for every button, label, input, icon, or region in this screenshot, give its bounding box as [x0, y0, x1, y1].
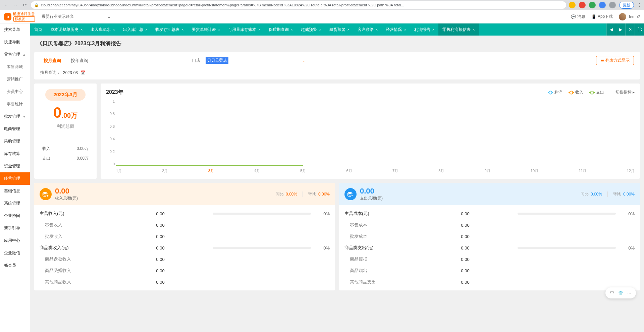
data-row: 零售成本0.00: [339, 219, 640, 231]
more-icon[interactable]: ⋯: [627, 291, 631, 295]
close-icon[interactable]: ×: [80, 27, 83, 32]
extension-icon[interactable]: [589, 2, 596, 8]
logo-badge: 标准版: [13, 16, 35, 22]
close-icon[interactable]: ×: [319, 27, 321, 32]
tab[interactable]: 要货单统计表×: [188, 23, 224, 36]
close-icon[interactable]: ×: [473, 27, 475, 32]
sidebar-item[interactable]: 零售统计: [0, 98, 30, 110]
legend-income[interactable]: 收入: [569, 90, 583, 95]
forward-button[interactable]: →: [12, 2, 19, 8]
url-bar[interactable]: 🔒 cloud.chanjet.com/nsy/u40or74daqxn/ior…: [31, 1, 566, 9]
sidebar-item[interactable]: 库存核算: [0, 148, 30, 160]
reload-button[interactable]: ⟳: [21, 2, 28, 8]
sidebar-item[interactable]: 企业协同: [0, 210, 30, 222]
download-link[interactable]: 📱 App下载: [591, 14, 613, 19]
data-row: 批发成本0.00: [339, 231, 640, 242]
mom-value: 0.00%: [623, 192, 635, 197]
logo[interactable]: b 畅捷通好生意 标准版: [4, 11, 35, 22]
tab[interactable]: 经营情况×: [382, 23, 410, 36]
sidebar-item[interactable]: 营销推广: [0, 73, 30, 86]
update-button[interactable]: 更新: [619, 2, 634, 9]
close-icon[interactable]: ×: [291, 27, 293, 32]
row-percent: 0%: [316, 245, 330, 251]
sidebar-item[interactable]: 基础信息: [0, 185, 30, 197]
download-label: App下载: [598, 14, 613, 19]
legend-expense[interactable]: 支出: [589, 90, 604, 95]
store-select[interactable]: 贝贝母婴店 ⌄: [204, 56, 308, 65]
tab[interactable]: 缺货预警×: [325, 23, 354, 36]
sidebar-item-label: 应用中心: [4, 238, 20, 243]
sidebar-item[interactable]: 会员中心: [0, 86, 30, 98]
list-view-button[interactable]: ☰ 列表方式显示: [596, 56, 634, 65]
extension-icon[interactable]: [599, 2, 606, 8]
tab[interactable]: 首页: [30, 23, 46, 36]
calendar-icon[interactable]: 📅: [80, 70, 86, 75]
sidebar-item[interactable]: 搜索菜单: [0, 23, 30, 36]
close-icon[interactable]: ×: [145, 27, 147, 32]
sidebar-item[interactable]: 零售商城: [0, 61, 30, 73]
sidebar-item[interactable]: 电商管理: [0, 123, 30, 135]
tab[interactable]: 保质期查询×: [265, 23, 297, 36]
close-icon[interactable]: ×: [218, 27, 220, 32]
sidebar-item[interactable]: 资金管理: [0, 160, 30, 172]
sidebar-item[interactable]: 采购管理: [0, 135, 30, 148]
tabs-scroll-left[interactable]: ◀: [606, 23, 616, 36]
sidebar-item[interactable]: 应用中心: [0, 234, 30, 247]
switch-indicator-button[interactable]: 切换指标 ▸: [615, 90, 635, 95]
legend-profit[interactable]: 利润: [548, 90, 562, 95]
browser-menu-icon[interactable]: ⋮: [637, 3, 641, 7]
messages-link[interactable]: 💬 消息: [571, 14, 585, 19]
sidebar-item[interactable]: 快捷导航: [0, 36, 30, 48]
sidebar-item[interactable]: 零售管理▲: [0, 48, 30, 61]
logo-icon: b: [4, 13, 11, 20]
expense-total-value: 0.00: [360, 187, 383, 196]
tab[interactable]: 出入库汇总×: [119, 23, 151, 36]
tab-label: 利润报告: [414, 27, 430, 33]
tabs-close-all[interactable]: ✕: [625, 23, 635, 36]
sidebar-item[interactable]: 经营管理: [0, 172, 30, 185]
ime-widget[interactable]: 中 👕 ⋯: [605, 287, 636, 298]
tab[interactable]: 出入库流水×: [87, 23, 119, 36]
tabs-scroll-right[interactable]: ▶: [616, 23, 625, 36]
tab[interactable]: 零售利润预估表×: [438, 23, 479, 36]
extension-icon[interactable]: [609, 2, 616, 8]
legend-label: 支出: [596, 90, 604, 95]
tab[interactable]: 利润报告×: [410, 23, 438, 36]
sidebar-item[interactable]: 企业微信: [0, 247, 30, 259]
close-icon[interactable]: ×: [181, 27, 183, 32]
chart-data-line: [116, 165, 303, 166]
sidebar-item[interactable]: 批发管理▼: [0, 110, 30, 123]
tab[interactable]: 客户联络×: [354, 23, 382, 36]
user-menu[interactable]: demo2: [619, 13, 640, 20]
chart-plot-area: 10.80.60.40.20: [116, 99, 635, 166]
sidebar-item[interactable]: 新手引导: [0, 222, 30, 234]
close-icon[interactable]: ×: [113, 27, 115, 32]
y-tick: 0.8: [107, 112, 115, 116]
tabs-fullscreen[interactable]: ⛶: [635, 23, 644, 36]
sidebar-item[interactable]: 畅会员: [0, 259, 30, 272]
x-tick: 12月: [627, 168, 635, 173]
sidebar-item-label: 搜索菜单: [4, 27, 20, 33]
list-icon: ☰: [600, 58, 604, 63]
tab[interactable]: 收发存汇总表×: [151, 23, 187, 36]
close-icon[interactable]: ×: [347, 27, 350, 32]
tab[interactable]: 可用量库存账本×: [224, 23, 264, 36]
sidebar-item[interactable]: 系统管理: [0, 197, 30, 210]
sidebar-item-label: 快捷导航: [4, 39, 20, 45]
tab[interactable]: 成本调整单历史×: [46, 23, 87, 36]
close-icon[interactable]: ×: [432, 27, 434, 32]
extension-icon[interactable]: [569, 2, 576, 8]
row-value: 0.00: [113, 211, 207, 216]
data-row: 商品类收入(元)0.000%: [34, 242, 335, 254]
shirt-icon[interactable]: 👕: [618, 291, 623, 295]
company-selector[interactable]: 母婴行业演示账套 ⌄: [42, 14, 111, 19]
back-button[interactable]: ←: [3, 2, 9, 8]
close-icon[interactable]: ×: [404, 27, 406, 32]
extension-icon[interactable]: [579, 2, 586, 8]
close-icon[interactable]: ×: [258, 27, 260, 32]
filter-tab-month[interactable]: 按月查询: [40, 56, 64, 65]
sidebar-item-label: 新手引导: [4, 225, 20, 231]
tab[interactable]: 超储预警×: [297, 23, 325, 36]
filter-tab-year[interactable]: 按年查询: [67, 56, 92, 65]
close-icon[interactable]: ×: [376, 27, 378, 32]
